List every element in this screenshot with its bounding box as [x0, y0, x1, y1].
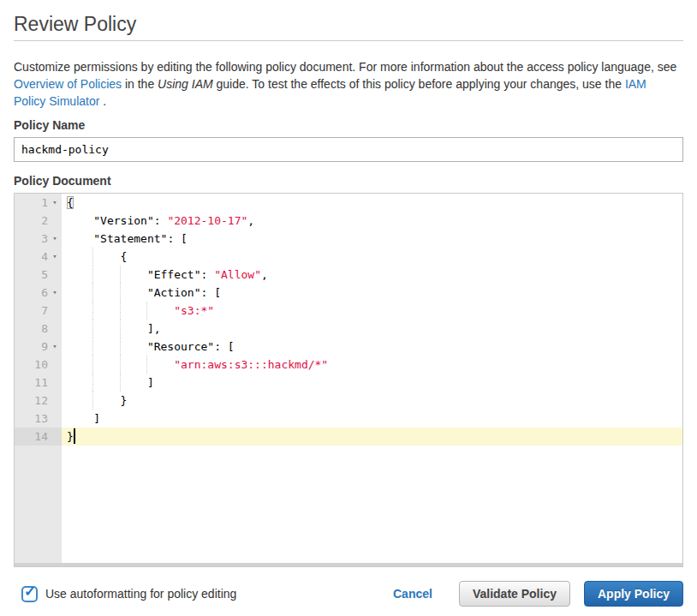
indent-space: [121, 320, 147, 338]
fold-arrow-icon[interactable]: ▾: [48, 284, 62, 302]
description: Customize permissions by editing the fol…: [14, 58, 680, 110]
policy-name-input[interactable]: [14, 137, 683, 162]
link-overview-of-policies[interactable]: Overview of Policies: [14, 77, 122, 91]
code-line[interactable]: ],: [62, 320, 682, 338]
code-line[interactable]: "Effect": "Allow",: [62, 266, 682, 284]
gutter-line-number: 7: [15, 302, 62, 320]
code-line[interactable]: "Statement": [: [62, 230, 682, 248]
gutter-line-number: 4▾: [15, 248, 62, 266]
code-line[interactable]: "arn:aws:s3:::hackmd/*": [62, 356, 682, 374]
indent-space: [67, 212, 93, 230]
code-token: ,: [247, 214, 254, 227]
indent-space: [67, 230, 93, 248]
validate-policy-button[interactable]: Validate Policy: [459, 581, 570, 607]
code-token: }: [67, 430, 74, 443]
gutter-line-number: 12: [15, 392, 62, 410]
indent-guide: [93, 320, 120, 338]
footer-bar: ✓ Use autoformatting for policy editing …: [14, 581, 683, 607]
gutter-line-number: 2: [15, 212, 62, 230]
gutter-line-number: 10: [15, 356, 62, 374]
line-number: 2: [41, 214, 48, 227]
gutter-line-number: 14: [15, 428, 62, 446]
editor-horizontal-scrollbar[interactable]: [15, 563, 682, 566]
gutter-line-number: 1▾: [15, 194, 62, 212]
line-number: 10: [34, 358, 48, 371]
code-line[interactable]: "s3:*": [62, 302, 682, 320]
gutter-line-number: 6▾: [15, 284, 62, 302]
fold-arrow-icon[interactable]: ▾: [48, 248, 62, 266]
action-buttons: Cancel Validate Policy Apply Policy: [393, 581, 683, 607]
code-line[interactable]: ]: [62, 410, 682, 428]
indent-space: [67, 410, 93, 428]
code-line[interactable]: ]: [62, 374, 682, 392]
cancel-button[interactable]: Cancel: [393, 587, 432, 601]
line-number: 6: [41, 286, 48, 299]
policy-name-label: Policy Name: [14, 118, 683, 132]
description-text: in the: [122, 77, 158, 91]
code-line[interactable]: {: [62, 194, 682, 212]
indent-guide: [93, 338, 120, 356]
description-text: Customize permissions by editing the fol…: [14, 60, 676, 74]
line-number: 3: [41, 232, 48, 245]
check-icon: ✓: [24, 583, 36, 601]
indent-guide: [93, 284, 120, 302]
indent-space: [121, 374, 147, 392]
editor-code[interactable]: {"Version": "2012-10-17","Statement": [{…: [62, 194, 682, 566]
editor-gutter: 1▾23▾4▾56▾789▾1011121314: [15, 194, 62, 566]
description-text: .: [99, 94, 106, 108]
indent-space: [147, 356, 174, 374]
indent-guide: [67, 284, 93, 302]
code-token: {: [67, 196, 74, 209]
code-token: "Version":: [93, 214, 167, 227]
gutter-line-number: 9▾: [15, 338, 62, 356]
code-string-token: "2012-10-17": [167, 214, 247, 227]
indent-guide: [93, 266, 120, 284]
code-line[interactable]: "Resource": [: [62, 338, 682, 356]
autoformat-label: Use autoformatting for policy editing: [45, 587, 236, 601]
gutter-line-number: 11: [15, 374, 62, 392]
indent-space: [93, 392, 120, 410]
code-line[interactable]: "Action": [: [62, 284, 682, 302]
fold-arrow-icon[interactable]: ▾: [48, 230, 62, 248]
line-number: 11: [34, 376, 48, 389]
text-cursor: [74, 428, 75, 444]
code-token: "Effect":: [147, 268, 214, 281]
fold-arrow-icon[interactable]: ▾: [48, 194, 62, 212]
fold-arrow-icon[interactable]: ▾: [48, 338, 62, 356]
indent-guide: [67, 338, 93, 356]
line-number: 13: [34, 412, 48, 425]
indent-space: [93, 248, 120, 266]
code-line[interactable]: }: [62, 428, 682, 446]
indent-guide: [93, 356, 120, 374]
line-number: 7: [41, 304, 48, 317]
code-token: ],: [147, 322, 161, 335]
line-number: 1: [41, 196, 48, 209]
code-token: }: [121, 394, 128, 407]
indent-space: [121, 266, 147, 284]
indent-guide: [67, 302, 93, 320]
page-title: Review Policy: [14, 13, 683, 41]
line-number: 8: [41, 322, 48, 335]
code-token: ]: [147, 376, 154, 389]
gutter-line-number: 13: [15, 410, 62, 428]
indent-guide: [93, 302, 120, 320]
code-token: ,: [261, 268, 268, 281]
indent-space: [147, 302, 174, 320]
apply-policy-button[interactable]: Apply Policy: [584, 581, 683, 607]
code-line[interactable]: {: [62, 248, 682, 266]
code-token: "Resource": [: [147, 340, 235, 353]
line-number: 14: [34, 430, 48, 443]
code-string-token: "Allow": [214, 268, 261, 281]
policy-document-editor[interactable]: 1▾23▾4▾56▾789▾1011121314 {"Version": "20…: [14, 193, 683, 567]
indent-guide: [67, 320, 93, 338]
line-number: 9: [41, 340, 48, 353]
code-token: ]: [93, 412, 100, 425]
autoformat-checkbox[interactable]: ✓: [21, 586, 38, 602]
indent-guide: [121, 302, 147, 320]
indent-guide: [67, 248, 93, 266]
line-number: 5: [41, 268, 48, 281]
autoformat-option: ✓ Use autoformatting for policy editing: [21, 586, 236, 602]
gutter-line-number: 8: [15, 320, 62, 338]
code-line[interactable]: }: [62, 392, 682, 410]
code-line[interactable]: "Version": "2012-10-17",: [62, 212, 682, 230]
